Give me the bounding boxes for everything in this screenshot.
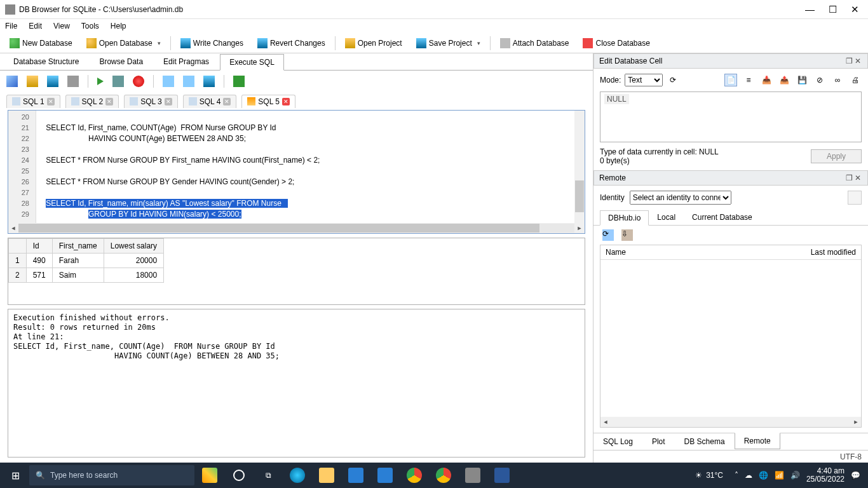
taskbar-search[interactable]: 🔍 Type here to search [29, 465, 194, 485]
close-panel-icon[interactable]: ✕ [853, 57, 862, 65]
close-tab-icon[interactable]: ✕ [223, 98, 231, 105]
tray-onedrive-icon[interactable]: ☁ [745, 471, 752, 480]
result-row[interactable]: 2571Saim18000 [9, 268, 164, 283]
open-sql-file-icon[interactable] [27, 76, 38, 87]
cell-value-textarea[interactable]: NULL [600, 92, 862, 142]
remote-clone-icon[interactable]: ⇩ [621, 229, 633, 241]
editor-scrollbar-vertical[interactable] [574, 111, 585, 223]
close-tab-icon[interactable]: ✕ [47, 98, 55, 105]
print-icon[interactable] [67, 76, 79, 87]
export-icon[interactable]: 📤 [778, 74, 790, 86]
minimize-button[interactable]: — [805, 4, 815, 15]
save-cell-icon[interactable]: 💾 [796, 74, 808, 86]
tab-database-structure[interactable]: Database Structure [4, 53, 88, 70]
close-tab-icon[interactable]: ✕ [165, 98, 172, 105]
scroll-right-icon[interactable]: ► [574, 225, 585, 231]
taskbar-taskview[interactable]: ⧉ [254, 463, 282, 488]
close-tab-icon[interactable]: ✕ [282, 98, 290, 105]
taskbar-chrome-2[interactable] [430, 463, 458, 488]
sql-tab[interactable]: SQL 2✕ [65, 95, 119, 108]
scroll-left-icon[interactable]: ◄ [8, 225, 18, 231]
taskbar-chrome[interactable] [400, 463, 428, 488]
save-project-button[interactable]: Save Project [410, 36, 486, 51]
open-database-button[interactable]: Open Database [81, 36, 166, 51]
sql-tab[interactable]: SQL 3✕ [124, 95, 178, 108]
save-sql-file-icon[interactable] [47, 76, 58, 87]
col-modified[interactable]: Last modified [806, 245, 861, 259]
taskbar-edge[interactable] [283, 463, 311, 488]
notifications-icon[interactable]: 💬 [851, 471, 860, 480]
revert-changes-button[interactable]: Revert Changes [252, 36, 331, 51]
tray-chevron-icon[interactable]: ˄ [735, 471, 738, 480]
sql-tab[interactable]: SQL 1✕ [6, 95, 60, 108]
weather-widget[interactable]: ☀ 31°C [695, 471, 723, 480]
close-panel-icon[interactable]: ✕ [853, 173, 862, 182]
editor-content[interactable]: SELECT Id, First_name, COUNT(Age) FROM N… [36, 111, 585, 233]
taskbar-widgets[interactable] [196, 463, 224, 488]
import-icon[interactable]: 📥 [760, 74, 773, 86]
new-sql-tab-icon[interactable] [6, 76, 18, 87]
save-results-icon[interactable] [163, 76, 174, 87]
attach-database-button[interactable]: Attach Database [494, 36, 575, 51]
close-tab-icon[interactable]: ✕ [105, 98, 113, 105]
result-header[interactable]: First_name [52, 239, 104, 254]
execution-log[interactable]: Execution finished without errors. Resul… [8, 309, 585, 458]
tab-execute-sql[interactable]: Execute SQL [220, 54, 284, 71]
sql-tab[interactable]: SQL 4✕ [183, 95, 237, 108]
remote-tab-dbhub[interactable]: DBHub.io [600, 210, 649, 226]
taskbar-cortana[interactable] [225, 463, 253, 488]
tray-network-icon[interactable]: 🌐 [759, 471, 768, 480]
execute-line-icon[interactable] [112, 76, 124, 87]
taskbar-explorer[interactable] [313, 463, 341, 488]
apply-button[interactable]: Apply [811, 149, 862, 163]
maximize-button[interactable]: ☐ [829, 4, 837, 15]
rtl-icon[interactable]: ≡ [742, 74, 755, 86]
menu-file[interactable]: File [5, 22, 17, 30]
menu-edit[interactable]: Edit [29, 22, 42, 30]
tab-db-schema[interactable]: DB Schema [675, 433, 735, 450]
col-name[interactable]: Name [600, 245, 806, 259]
text-mode-icon[interactable]: 📄 [724, 74, 737, 86]
menu-tools[interactable]: Tools [81, 22, 99, 30]
close-window-button[interactable]: ✕ [851, 4, 859, 15]
find-icon[interactable] [203, 76, 215, 87]
export-results-icon[interactable] [183, 76, 194, 87]
taskbar-word[interactable] [488, 463, 516, 488]
menu-view[interactable]: View [53, 22, 70, 30]
scroll-left-icon[interactable]: ◄ [600, 419, 611, 425]
remote-db-list[interactable]: Name Last modified ◄ ► [600, 245, 862, 428]
link-icon[interactable]: ∞ [831, 74, 844, 86]
tab-sql-log[interactable]: SQL Log [593, 433, 642, 450]
identity-select[interactable]: Select an identity to connect [630, 191, 731, 205]
close-database-button[interactable]: Close Database [577, 36, 655, 51]
editor-scrollbar-horizontal[interactable]: ◄ ► [8, 223, 585, 233]
results-grid[interactable]: IdFirst_nameLowest salary1490Farah200002… [8, 238, 585, 305]
result-row[interactable]: 1490Farah20000 [9, 254, 164, 268]
menu-help[interactable]: Help [111, 22, 126, 30]
remote-list-scrollbar[interactable]: ◄ ► [600, 417, 861, 427]
execute-sql-icon[interactable] [97, 78, 104, 85]
system-tray[interactable]: ˄ ☁ 🌐 📶 🔊 4:40 am 25/05/2022 💬 [729, 467, 865, 484]
new-database-button[interactable]: New Database [4, 36, 78, 51]
sql-tab[interactable]: SQL 5✕ [241, 95, 295, 108]
mode-select[interactable]: Text [625, 74, 663, 86]
identity-settings-icon[interactable] [848, 191, 862, 205]
tray-wifi-icon[interactable]: 📶 [775, 471, 784, 480]
tab-edit-pragmas[interactable]: Edit Pragmas [154, 53, 219, 70]
undock-icon[interactable]: ❐ [844, 173, 853, 182]
write-changes-button[interactable]: Write Changes [175, 36, 249, 51]
indent-icon[interactable] [233, 76, 245, 87]
result-header[interactable]: Id [26, 239, 52, 254]
taskbar-mail[interactable] [342, 463, 370, 488]
remote-refresh-icon[interactable]: ⟳ [602, 229, 614, 241]
taskbar-store[interactable] [371, 463, 399, 488]
stop-execution-icon[interactable] [133, 76, 144, 87]
tray-volume-icon[interactable]: 🔊 [790, 471, 800, 480]
sql-editor[interactable]: 20212223242526272829 SELECT Id, First_na… [8, 110, 585, 234]
remote-tab-local[interactable]: Local [649, 210, 684, 225]
result-header[interactable]: Lowest salary [104, 239, 163, 254]
taskbar-dbbrowser[interactable] [459, 463, 487, 488]
null-icon[interactable]: ⊘ [813, 74, 826, 86]
print-cell-icon[interactable]: 🖨 [849, 74, 862, 86]
open-project-button[interactable]: Open Project [339, 36, 408, 51]
